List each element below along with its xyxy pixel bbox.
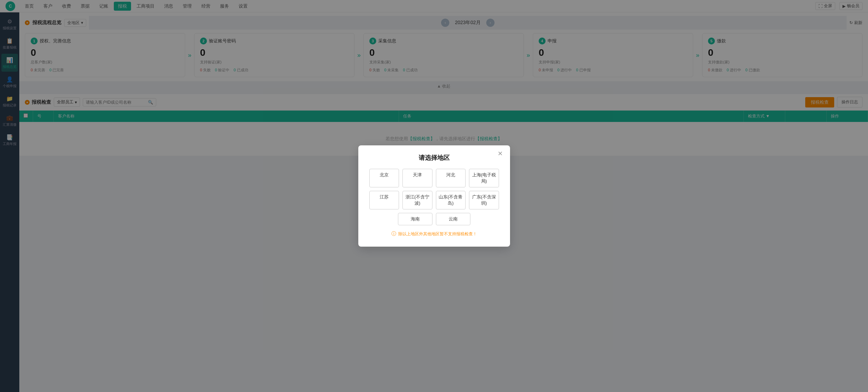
region-btn-beijing[interactable]: 北京 bbox=[369, 169, 399, 187]
modal-overlay[interactable]: ✕ 请选择地区 北京 天津 河北 上海(电子税局) 江苏 浙江(不含宁波) 山东… bbox=[0, 0, 868, 392]
region-btn-shandong[interactable]: 山东(不含青岛) bbox=[436, 191, 466, 209]
region-grid-row1: 北京 天津 河北 上海(电子税局) bbox=[369, 169, 499, 187]
region-btn-jiangsu[interactable]: 江苏 bbox=[369, 191, 399, 209]
region-grid-row3: 海南 云南 bbox=[369, 213, 499, 225]
region-btn-shanghai[interactable]: 上海(电子税局) bbox=[469, 169, 499, 187]
region-btn-hebei[interactable]: 河北 bbox=[436, 169, 466, 187]
warning-icon: ⓘ bbox=[391, 231, 396, 237]
region-grid-row2: 江苏 浙江(不含宁波) 山东(不含青岛) 广东(不含深圳) bbox=[369, 191, 499, 209]
modal-close-button[interactable]: ✕ bbox=[496, 149, 505, 158]
region-btn-hainan[interactable]: 海南 bbox=[398, 213, 432, 225]
region-btn-zhejiang[interactable]: 浙江(不含宁波) bbox=[402, 191, 432, 209]
modal-warning: ⓘ 除以上地区外其他地区暂不支持报税检查！ bbox=[369, 231, 499, 237]
warning-text: 除以上地区外其他地区暂不支持报税检查！ bbox=[398, 231, 477, 237]
region-btn-yunnan[interactable]: 云南 bbox=[436, 213, 470, 225]
region-btn-guangdong[interactable]: 广东(不含深圳) bbox=[469, 191, 499, 209]
modal-title: 请选择地区 bbox=[369, 154, 499, 162]
region-btn-tianjin[interactable]: 天津 bbox=[402, 169, 432, 187]
region-select-modal: ✕ 请选择地区 北京 天津 河北 上海(电子税局) 江苏 浙江(不含宁波) 山东… bbox=[358, 145, 510, 247]
